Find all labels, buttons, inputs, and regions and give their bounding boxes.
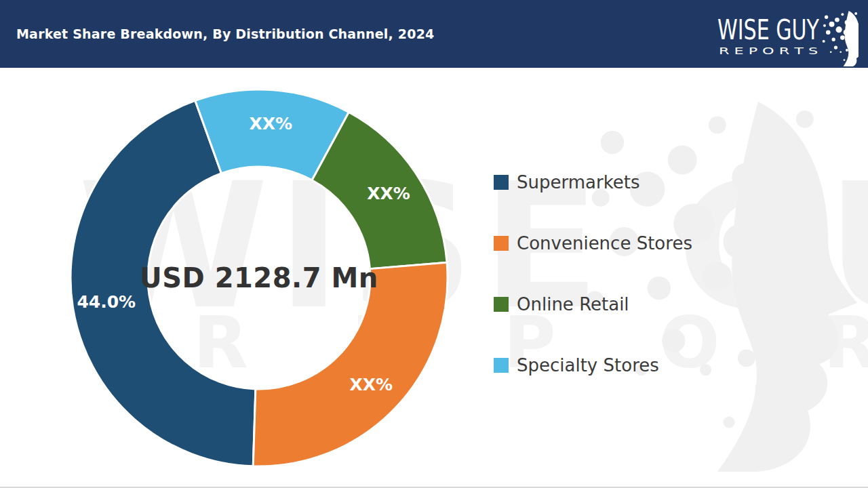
page-title: Market Share Breakdown, By Distribution … — [0, 26, 435, 41]
wise-guy-logo-graphic: WISE GUY R E P O R T S — [696, 4, 859, 66]
legend-item-supermarkets: Supermarkets — [494, 174, 692, 191]
legend-swatch — [494, 358, 509, 373]
legend-swatch — [494, 297, 509, 312]
chart-area: WISE GUY R E P O R T S 44.0%XX%XX%XX% US… — [0, 68, 868, 488]
legend-label: Specialty Stores — [517, 357, 659, 374]
report-page: Market Share Breakdown, By Distribution … — [0, 0, 868, 488]
chart-legend: SupermarketsConvenience StoresOnline Ret… — [494, 174, 692, 374]
wise-guy-logo: WISE GUY R E P O R T S — [696, 4, 859, 66]
legend-swatch — [494, 175, 509, 190]
legend-label: Supermarkets — [517, 174, 640, 191]
slice-label-specialty-stores: XX% — [249, 114, 292, 134]
legend-item-convenience-stores: Convenience Stores — [494, 235, 692, 252]
logo-subtitle: R E P O R T S — [719, 45, 818, 56]
slice-label-online-retail: XX% — [367, 184, 410, 203]
legend-label: Online Retail — [517, 296, 629, 313]
slice-label-convenience-stores: XX% — [349, 375, 393, 394]
logo-head-icon — [823, 11, 859, 66]
legend-item-specialty-stores: Specialty Stores — [494, 357, 692, 374]
header-bar: Market Share Breakdown, By Distribution … — [0, 0, 868, 68]
slice-label-supermarkets: 44.0% — [77, 292, 136, 312]
chart-center-value: USD 2128.7 Mn — [90, 262, 429, 293]
legend-item-online-retail: Online Retail — [494, 296, 692, 313]
legend-swatch — [494, 236, 509, 251]
logo-wordmark: WISE GUY — [717, 14, 819, 45]
legend-label: Convenience Stores — [517, 235, 692, 252]
